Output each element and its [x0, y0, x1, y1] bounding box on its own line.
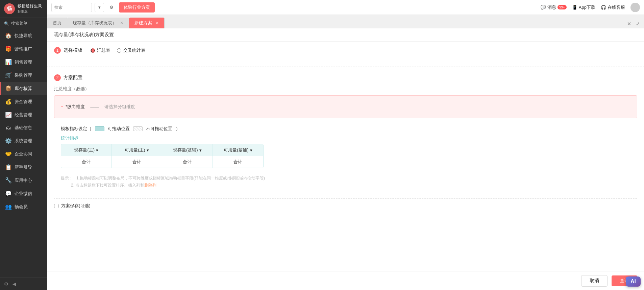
main-area: ▾ ⚙ 体验行业方案 💬 消息 99+ 📱 App下载 🎧 在线客服: [47, 0, 644, 290]
stats-table: 现存量(主) ▾ 可用量(主) ▾ 现存量(基辅) ▾: [61, 144, 264, 168]
cooperation-icon: 🤝: [5, 151, 12, 157]
content-area: 现存量(库存状况表)方案设置 1 选择模板 汇总表 交叉统计表: [47, 28, 644, 271]
stats-table-row-0: 合计 合计 合计 合计: [61, 156, 263, 168]
sidebar-search[interactable]: 🔍 搜索菜单: [0, 18, 47, 29]
sidebar-item-label: 企业微信: [15, 191, 32, 197]
messages-label: 消息: [547, 4, 556, 10]
radio-summary[interactable]: 汇总表: [91, 47, 110, 53]
sidebar-footer: ⚙ ◀: [0, 277, 47, 290]
col-label-0: 现存量(主): [74, 147, 95, 153]
search-input[interactable]: [51, 3, 92, 12]
app-download-btn[interactable]: 📱 App下载: [572, 4, 595, 10]
step2-title: 方案配置: [64, 75, 82, 81]
sidebar-item-label: 基础信息: [15, 125, 32, 131]
expand-panel-icon[interactable]: ⤢: [635, 20, 641, 27]
cell-0-3: 合计: [213, 156, 264, 168]
sidebar-item-cooperation[interactable]: 🤝 企业协同: [0, 147, 47, 161]
sidebar-item-appcenter[interactable]: 🔧 应用中心: [0, 174, 47, 187]
sidebar-item-marketing[interactable]: 🎁 营销推广: [0, 42, 47, 55]
sidebar-item-label: 采购管理: [15, 72, 32, 78]
sidebar-item-operations[interactable]: 📈 经营管理: [0, 108, 47, 121]
gear-icon[interactable]: ⚙: [107, 3, 116, 12]
tab-home-label: 首页: [53, 20, 61, 26]
user-avatar[interactable]: [630, 3, 640, 12]
step1-header: 1 选择模板 汇总表 交叉统计表: [54, 47, 637, 54]
dropdown-button[interactable]: ▾: [95, 3, 104, 12]
search-icon: 🔍: [4, 21, 9, 26]
page-title: 现存量(库存状况表)方案设置: [47, 28, 644, 42]
col-dropdown-icon-0: ▾: [96, 148, 98, 153]
required-star: *: [61, 104, 63, 110]
topbar-right: 💬 消息 99+ 📱 App下载 🎧 在线客服: [541, 3, 640, 12]
col-header-0[interactable]: 现存量(主) ▾: [61, 144, 112, 156]
sidebar-item-label: 畅会员: [15, 204, 28, 210]
operations-icon: 📈: [5, 112, 12, 118]
sidebar-item-inventory[interactable]: 📦 库存核算: [0, 82, 47, 95]
sidebar-item-label: 企业协同: [15, 151, 32, 157]
sidebar-item-label: 经营管理: [15, 112, 32, 118]
sidebar-item-label: 库存核算: [15, 86, 32, 92]
radio-summary-input[interactable]: [91, 48, 95, 53]
dimension-placeholder: 请选择分组维度: [104, 104, 135, 110]
app-version: 标准版: [18, 9, 42, 14]
sidebar-logo: 畅 畅捷通好生意 标准版: [0, 0, 47, 18]
step2-header: 2 方案配置: [54, 70, 637, 81]
vertical-dimension-label: *纵向维度: [66, 104, 85, 110]
ai-fab-button[interactable]: Ai: [626, 276, 641, 287]
sidebar-scroll: 🔍 搜索菜单 🏠 快捷导航 🎁 营销推广 📊 销售管理 🛒 采购管理 📦 库存核…: [0, 18, 47, 277]
col-header-1[interactable]: 可用量(主) ▾: [112, 144, 163, 156]
sidebar-item-finance[interactable]: 💰 资金管理: [0, 95, 47, 108]
col-header-2[interactable]: 现存量(基辅) ▾: [162, 144, 213, 156]
cancel-button[interactable]: 取消: [581, 275, 608, 287]
draggable-indicator-box: [95, 126, 104, 131]
sidebar-item-newcomer[interactable]: 📋 新手引导: [0, 161, 47, 174]
step1-badge: 1: [54, 47, 61, 54]
sidebar-item-member[interactable]: 👥 畅会员: [0, 200, 47, 213]
step2-section: 2 方案配置 汇总维度（必选） * *纵向维度 —— 请选择分组维度 模板指标设…: [47, 70, 644, 198]
industry-btn[interactable]: 体验行业方案: [119, 2, 155, 13]
sidebar-item-basic[interactable]: 🗂 基础信息: [0, 121, 47, 134]
col-header-3[interactable]: 可用量(基辅) ▾: [213, 144, 264, 156]
cell-0-2: 合计: [162, 156, 213, 168]
tab-home[interactable]: 首页: [47, 18, 67, 28]
tab-inventory-close[interactable]: ✕: [120, 21, 123, 25]
sidebar-item-quicknav[interactable]: 🏠 快捷导航: [0, 29, 47, 42]
collapse-icon[interactable]: ◀: [13, 281, 16, 287]
topbar: ▾ ⚙ 体验行业方案 💬 消息 99+ 📱 App下载 🎧 在线客服: [47, 0, 644, 15]
save-checkbox[interactable]: [54, 204, 58, 208]
radio-crosstab[interactable]: 交叉统计表: [117, 47, 145, 53]
online-service-btn[interactable]: 🎧 在线客服: [601, 4, 625, 10]
appcenter-icon: 🔧: [5, 177, 12, 184]
sidebar-item-label: 快捷导航: [15, 33, 32, 39]
tab-new-plan[interactable]: 新建方案 ✕: [129, 18, 165, 28]
sidebar-item-purchase[interactable]: 🛒 采购管理: [0, 69, 47, 82]
col-dropdown-icon-2: ▾: [199, 148, 202, 153]
cell-0-0: 合计: [61, 156, 112, 168]
sidebar-item-system[interactable]: ⚙️ 系统管理: [0, 134, 47, 147]
close-panel-icon[interactable]: ✕: [626, 20, 633, 27]
sidebar-item-label: 应用中心: [15, 177, 32, 184]
app-download-label: App下载: [579, 4, 595, 10]
tab-inventory-status[interactable]: 现存量（库存状况表） ✕: [67, 18, 129, 28]
dimension-dash: ——: [90, 104, 99, 110]
stats-title: 统计指标: [61, 135, 630, 141]
radio-crosstab-input[interactable]: [117, 48, 121, 53]
sidebar: 畅 畅捷通好生意 标准版 🔍 搜索菜单 🏠 快捷导航 🎁 营销推广 📊 销售管理…: [0, 0, 47, 290]
tab-new-plan-close[interactable]: ✕: [155, 21, 159, 25]
settings-icon[interactable]: ⚙: [4, 281, 8, 287]
tip-text-0: 1.拖动标题栏可以调整布局，不可跨维度或指标区域拖动栏目字段(只能在同一维度或指…: [76, 176, 265, 180]
sidebar-item-wechat[interactable]: 💬 企业微信: [0, 187, 47, 200]
col-label-1: 可用量(主): [125, 147, 145, 153]
online-service-label: 在线客服: [608, 4, 625, 10]
sidebar-item-sales[interactable]: 📊 销售管理: [0, 55, 47, 69]
sidebar-item-label: 销售管理: [15, 59, 32, 65]
purchase-icon: 🛒: [5, 72, 12, 78]
sidebar-search-label: 搜索菜单: [11, 21, 27, 26]
tips-section: 提示： 1.拖动标题栏可以调整布局，不可跨维度或指标区域拖动栏目字段(只能在同一…: [54, 172, 637, 193]
stats-section: 统计指标 现存量(主) ▾ 可用量(主) ▾: [54, 135, 637, 168]
tabs-bar: 首页 现存量（库存状况表） ✕ 新建方案 ✕ ✕ ⤢: [47, 15, 644, 28]
messages-btn[interactable]: 💬 消息 99+: [541, 4, 567, 10]
tab-inventory-label: 现存量（库存状况表）: [73, 20, 117, 26]
save-option: 方案保存(可选): [47, 199, 644, 213]
sidebar-item-label: 系统管理: [15, 138, 32, 144]
